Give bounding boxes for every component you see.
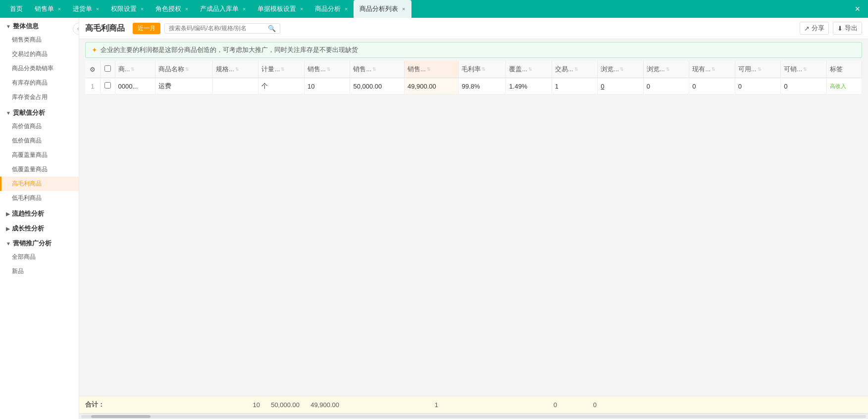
col-spec[interactable]: 规格...⇅ bbox=[212, 61, 258, 78]
filter-recent-month-button[interactable]: 近一月 bbox=[133, 23, 160, 34]
nav-purchase[interactable]: 进货单 × bbox=[67, 0, 105, 18]
nav-product-warehouse[interactable]: 产成品入库单 × bbox=[194, 0, 252, 18]
sidebar-item-high-coverage[interactable]: 高覆盖量商品 bbox=[0, 148, 79, 162]
row-current: 0 bbox=[689, 78, 735, 94]
col-sales-amount-sort-icon[interactable]: ⇅ bbox=[372, 67, 376, 72]
sidebar-item-low-coverage[interactable]: 低覆盖量商品 bbox=[0, 162, 79, 177]
col-transactions[interactable]: 交易...⇅ bbox=[552, 61, 598, 78]
horizontal-scrollbar[interactable] bbox=[79, 413, 868, 419]
sidebar-section-contribution[interactable]: ▼ 贡献值分析 bbox=[0, 104, 79, 119]
sidebar-item-high-margin[interactable]: 高毛利商品 bbox=[0, 177, 79, 191]
sidebar-item-low-value[interactable]: 低价值商品 bbox=[0, 134, 79, 148]
nav-roles-close[interactable]: × bbox=[185, 6, 188, 12]
export-button[interactable]: ⬇ 导出 bbox=[833, 22, 862, 35]
nav-purchase-close[interactable]: × bbox=[96, 6, 99, 12]
sidebar-item-category-assist[interactable]: 商品分类助销率 bbox=[0, 61, 79, 76]
sidebar-section-overview-arrow: ▼ bbox=[6, 24, 11, 29]
row-available: 0 bbox=[735, 78, 781, 94]
scrollbar-thumb[interactable] bbox=[91, 415, 151, 418]
row-views1[interactable]: 0 bbox=[598, 78, 644, 94]
col-checkbox[interactable] bbox=[100, 61, 115, 78]
col-code-sort-icon[interactable]: ⇅ bbox=[131, 67, 135, 72]
nav-template-close[interactable]: × bbox=[300, 6, 303, 12]
col-name[interactable]: 商品名称⇅ bbox=[155, 61, 213, 78]
col-views2-sort-icon[interactable]: ⇅ bbox=[666, 67, 670, 72]
col-views2[interactable]: 浏览...⇅ bbox=[643, 61, 689, 78]
select-all-checkbox[interactable] bbox=[104, 65, 111, 72]
window-close-button[interactable]: × bbox=[851, 4, 864, 14]
top-navigation: 首页 销售单 × 进货单 × 权限设置 × 角色授权 × 产成品入库单 × 单据… bbox=[0, 0, 868, 18]
footer-transactions: 1 bbox=[402, 401, 441, 409]
row-name[interactable]: 运费 bbox=[155, 78, 213, 94]
sidebar-item-sales-goods[interactable]: 销售类商品 bbox=[0, 33, 79, 47]
row-views2: 0 bbox=[643, 78, 689, 94]
nav-analysis-list[interactable]: 商品分析列表 × bbox=[354, 0, 411, 18]
sidebar-section-growth[interactable]: ▶ 成长性分析 bbox=[0, 220, 79, 235]
nav-analysis-list-close[interactable]: × bbox=[402, 6, 405, 12]
col-available[interactable]: 可用...⇅ bbox=[735, 61, 781, 78]
nav-permissions[interactable]: 权限设置 × bbox=[105, 0, 150, 18]
nav-roles[interactable]: 角色授权 × bbox=[150, 0, 194, 18]
nav-sales[interactable]: 销售单 × bbox=[29, 0, 67, 18]
nav-permissions-close[interactable]: × bbox=[141, 6, 144, 12]
table-header-row: ⚙ 商...⇅ 商品名称⇅ 规格...⇅ bbox=[85, 61, 862, 78]
col-sales-profit[interactable]: 销售...⇅ bbox=[404, 61, 459, 78]
col-tag[interactable]: 标签 bbox=[826, 61, 862, 78]
sidebar-item-high-value[interactable]: 高价值商品 bbox=[0, 119, 79, 134]
col-saleable[interactable]: 可销...⇅ bbox=[781, 61, 827, 78]
footer-spacer3 bbox=[372, 401, 402, 409]
sidebar-section-marketing[interactable]: ▼ 营销推广分析 bbox=[0, 235, 79, 250]
search-input[interactable] bbox=[169, 25, 268, 32]
nav-sales-close[interactable]: × bbox=[58, 6, 61, 12]
row-checkbox[interactable] bbox=[104, 82, 111, 89]
col-unit[interactable]: 计量...⇅ bbox=[258, 61, 305, 78]
col-available-sort-icon[interactable]: ⇅ bbox=[758, 67, 762, 72]
col-unit-sort-icon[interactable]: ⇅ bbox=[281, 67, 285, 72]
col-sales-count-sort-icon[interactable]: ⇅ bbox=[327, 67, 331, 72]
sidebar-item-new-goods[interactable]: 新品 bbox=[0, 264, 79, 279]
search-icon[interactable]: 🔍 bbox=[268, 25, 276, 32]
sidebar-item-traded-goods[interactable]: 交易过的商品 bbox=[0, 47, 79, 61]
sidebar-item-stock-capital[interactable]: 库存资金占用 bbox=[0, 90, 79, 104]
settings-icon[interactable]: ⚙ bbox=[90, 66, 96, 73]
sidebar-section-overview[interactable]: ▼ 整体信息 bbox=[0, 18, 79, 33]
nav-home[interactable]: 首页 bbox=[4, 0, 29, 18]
toolbar-right: ↗ 分享 ⬇ 导出 bbox=[800, 22, 862, 35]
col-gross-margin[interactable]: 毛利率⇅ bbox=[459, 61, 506, 78]
sidebar-item-low-margin[interactable]: 低毛利商品 bbox=[0, 191, 79, 205]
sidebar-item-all-goods[interactable]: 全部商品 bbox=[0, 250, 79, 264]
row-checkbox-cell[interactable] bbox=[100, 78, 115, 94]
col-sales-amount[interactable]: 销售...⇅ bbox=[350, 61, 405, 78]
scrollbar-track[interactable] bbox=[81, 415, 866, 418]
footer-cells: 10 50,000.00 49,900.00 1 0 0 bbox=[114, 401, 862, 409]
nav-analysis-close[interactable]: × bbox=[345, 6, 348, 12]
alert-text: 企业的主要的利润都是这部分商品创造的，可考虑加大推广，同时关注库存是不要出现缺货 bbox=[101, 46, 358, 54]
nav-template[interactable]: 单据模板设置 × bbox=[252, 0, 309, 18]
row-sales-count: 10 bbox=[304, 78, 350, 94]
nav-analysis[interactable]: 商品分析 × bbox=[309, 0, 354, 18]
sidebar-section-trend[interactable]: ▶ 流趋性分析 bbox=[0, 205, 79, 220]
col-coverage[interactable]: 覆盖...⇅ bbox=[506, 61, 552, 78]
footer-available: 0 bbox=[560, 401, 600, 409]
col-saleable-sort-icon[interactable]: ⇅ bbox=[803, 67, 807, 72]
col-settings[interactable]: ⚙ bbox=[85, 61, 100, 78]
row-coverage: 1.49% bbox=[506, 78, 552, 94]
col-current-sort-icon[interactable]: ⇅ bbox=[712, 67, 715, 72]
col-gross-margin-sort-icon[interactable]: ⇅ bbox=[482, 67, 486, 72]
sidebar-item-stocked-goods[interactable]: 有库存的商品 bbox=[0, 76, 79, 90]
col-name-sort-icon[interactable]: ⇅ bbox=[185, 67, 189, 72]
col-transactions-sort-icon[interactable]: ⇅ bbox=[574, 67, 578, 72]
col-sales-profit-sort-icon[interactable]: ⇅ bbox=[427, 67, 431, 72]
col-code[interactable]: 商...⇅ bbox=[115, 61, 155, 78]
col-coverage-sort-icon[interactable]: ⇅ bbox=[528, 67, 532, 72]
col-views1-sort-icon[interactable]: ⇅ bbox=[620, 67, 624, 72]
nav-product-warehouse-close[interactable]: × bbox=[243, 6, 246, 12]
col-views1[interactable]: 浏览...⇅ bbox=[598, 61, 644, 78]
share-button[interactable]: ↗ 分享 bbox=[800, 22, 829, 35]
table-wrapper: ⚙ 商...⇅ 商品名称⇅ 规格...⇅ bbox=[79, 61, 868, 396]
col-spec-sort-icon[interactable]: ⇅ bbox=[235, 67, 239, 72]
col-current[interactable]: 现有...⇅ bbox=[689, 61, 735, 78]
row-code[interactable]: 0000... bbox=[115, 78, 155, 94]
views1-link[interactable]: 0 bbox=[601, 83, 604, 90]
col-sales-count[interactable]: 销售...⇅ bbox=[304, 61, 350, 78]
